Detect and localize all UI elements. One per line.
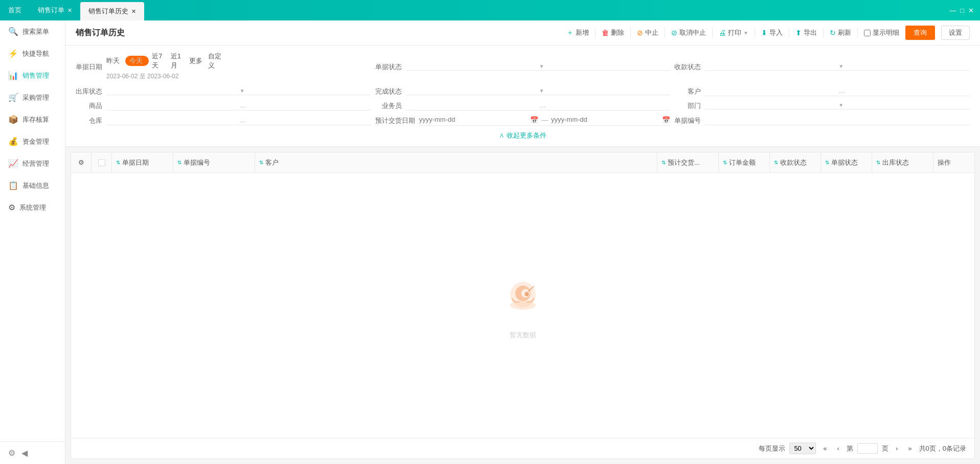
print-dropdown-icon[interactable]: ▼ — [743, 30, 748, 36]
print-button[interactable]: 🖨 打印 ▼ — [719, 28, 748, 37]
delivery-date-label: 预计交货日期 — [375, 116, 419, 125]
date-opt-7days[interactable]: 近7天 — [152, 52, 168, 70]
filter-doc-number: 单据编号 — [674, 116, 970, 126]
divider-1 — [595, 28, 596, 38]
calendar-to-icon[interactable]: 📅 — [662, 116, 670, 124]
pay-status-control[interactable]: ▼ — [705, 63, 970, 71]
delivery-date-to-input[interactable] — [551, 116, 659, 123]
filter-collapse-btn[interactable]: ∧ 收起更多条件 — [76, 131, 970, 140]
doc-status-arrow-icon: ▼ — [539, 63, 671, 69]
goods-control[interactable]: … — [106, 101, 371, 111]
delivery-date-to[interactable] — [551, 116, 659, 124]
sidebar-item-system-mgmt[interactable]: ⚙ 系统管理 — [0, 196, 65, 218]
import-button[interactable]: ⬇ 导入 — [761, 28, 783, 37]
sidebar-item-finance[interactable]: 💰 资金管理 — [0, 130, 65, 152]
sort-icon-amount[interactable]: ⇅ — [723, 160, 727, 165]
per-page-select[interactable]: 50 10 20 100 — [789, 443, 816, 454]
query-button[interactable]: 查询 — [905, 26, 935, 40]
prev-page-btn[interactable]: ‹ — [834, 444, 842, 453]
date-opt-more[interactable]: 更多 — [189, 56, 205, 65]
next-page-btn[interactable]: › — [893, 444, 901, 453]
sort-icon-doc-date[interactable]: ⇅ — [116, 160, 120, 165]
sidebar-item-quick-nav[interactable]: ⚡ 快捷导航 — [0, 42, 65, 64]
sidebar-item-purchase-mgmt[interactable]: 🛒 采购管理 — [0, 86, 65, 108]
col-doc-date-label: 单据日期 — [122, 158, 149, 167]
th-settings[interactable]: ⚙ — [71, 152, 92, 172]
tab-sales-order[interactable]: 销售订单 ✕ — [30, 0, 80, 20]
cancel-stop-icon: ⊘ — [671, 29, 677, 37]
filter-row-4: 仓库 … 预计交货日期 📅 — — [76, 116, 970, 126]
date-opt-yesterday[interactable]: 昨天 — [106, 56, 122, 65]
customer-control[interactable]: … — [705, 87, 970, 96]
display-cols-toggle[interactable]: 显示明细 — [864, 28, 899, 37]
print-icon: 🖨 — [719, 29, 726, 37]
col-customer-label: 客户 — [265, 158, 279, 167]
close-window-icon[interactable]: ✕ — [968, 7, 974, 14]
page-title: 销售订单历史 — [76, 28, 125, 38]
delete-button[interactable]: 🗑 删除 — [602, 28, 624, 37]
th-checkbox[interactable] — [92, 152, 112, 172]
filter-panel: 单据日期 昨天 今天 近7天 近1月 更多 自定义 2023-06-02 至 2… — [65, 46, 980, 147]
sidebar-item-search-menu[interactable]: 🔍 搜索菜单 — [0, 20, 65, 42]
doc-status-label: 单据状态 — [375, 62, 406, 72]
page-suffix: 页 — [882, 444, 888, 453]
sidebar-settings-icon[interactable]: ⚙ — [8, 448, 15, 458]
sidebar-item-operations[interactable]: 📈 经营管理 — [0, 152, 65, 174]
sort-icon-delivery[interactable]: ⇅ — [662, 160, 666, 165]
doc-number-field[interactable] — [705, 116, 970, 125]
complete-status-control[interactable]: ▼ — [406, 88, 671, 95]
header-checkbox[interactable] — [98, 159, 105, 166]
filter-customer: 客户 … — [674, 87, 970, 96]
date-opt-today[interactable]: 今天 — [125, 56, 149, 66]
refresh-button[interactable]: ↻ 刷新 — [830, 28, 851, 37]
warehouse-dots-icon: … — [240, 116, 371, 124]
doc-status-control[interactable]: ▼ — [406, 63, 671, 71]
sort-icon-doc-num[interactable]: ⇅ — [177, 160, 181, 165]
sidebar-collapse-icon[interactable]: ◀ — [21, 448, 28, 458]
sidebar-item-sales-mgmt[interactable]: 📊 销售管理 — [0, 64, 65, 86]
date-opt-custom[interactable]: 自定义 — [208, 52, 224, 70]
first-page-btn[interactable]: « — [820, 444, 830, 453]
sidebar-item-basic-info[interactable]: 📋 基础信息 — [0, 174, 65, 196]
stop-button[interactable]: ⊘ 中止 — [637, 28, 658, 37]
sort-icon-pay-status[interactable]: ⇅ — [774, 160, 778, 165]
pagination: 每页显示 50 10 20 100 « ‹ 第 1 页 › » 共0页，0条记录 — [71, 438, 974, 458]
sidebar-item-operations-label: 经营管理 — [22, 159, 49, 168]
cancel-stop-button[interactable]: ⊘ 取消中止 — [671, 28, 706, 37]
delivery-date-from-input[interactable] — [419, 116, 527, 123]
salesperson-control[interactable]: … — [406, 101, 671, 111]
calendar-from-icon[interactable]: 📅 — [530, 116, 538, 124]
doc-number-input[interactable] — [705, 116, 970, 124]
divider-7 — [823, 28, 824, 38]
sort-icon-out-status[interactable]: ⇅ — [876, 160, 880, 165]
settings-gear-icon[interactable]: ⚙ — [78, 159, 84, 166]
display-cols-checkbox[interactable] — [864, 30, 871, 36]
sidebar-item-basic-info-label: 基础信息 — [22, 181, 49, 190]
display-cols-label: 显示明细 — [873, 28, 899, 37]
sort-icon-doc-status[interactable]: ⇅ — [825, 160, 829, 165]
date-opt-1month[interactable]: 近1月 — [171, 52, 187, 70]
tab-home-label: 首页 — [8, 6, 21, 15]
add-button[interactable]: ＋ 新增 — [566, 28, 589, 37]
warehouse-control[interactable]: … — [106, 116, 371, 125]
close-history-tab-icon[interactable]: ✕ — [131, 8, 136, 15]
current-page-input[interactable]: 1 — [857, 443, 878, 454]
sidebar-item-inventory[interactable]: 📦 库存核算 — [0, 108, 65, 130]
print-label: 打印 — [728, 28, 741, 37]
inventory-icon: 📦 — [8, 115, 18, 124]
settings-button[interactable]: 设置 — [941, 26, 970, 40]
out-status-control[interactable]: ▼ — [106, 88, 371, 95]
tab-home[interactable]: 首页 — [0, 0, 30, 20]
last-page-btn[interactable]: » — [905, 444, 915, 453]
content-area: 销售订单历史 ＋ 新增 🗑 删除 ⊘ 中止 ⊘ — [65, 20, 980, 464]
export-button[interactable]: ⬆ 导出 — [795, 28, 817, 37]
dept-control[interactable]: ▼ — [705, 102, 970, 109]
delivery-date-from[interactable] — [419, 116, 527, 124]
close-sales-order-tab-icon[interactable]: ✕ — [67, 7, 72, 14]
sort-icon-customer[interactable]: ⇅ — [259, 160, 263, 165]
minimize-icon[interactable]: — — [949, 7, 956, 14]
maximize-icon[interactable]: □ — [960, 7, 964, 14]
tab-sales-order-history[interactable]: 销售订单历史 ✕ — [80, 2, 144, 20]
salesperson-dots-icon: … — [539, 101, 671, 109]
col-pay-status-label: 收款状态 — [780, 158, 807, 167]
